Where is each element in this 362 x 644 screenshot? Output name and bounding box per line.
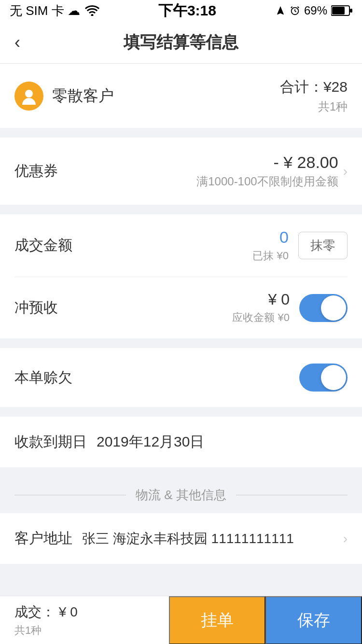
address-value: 张三 海淀永丰科技园 11111111111 xyxy=(72,530,343,548)
coupon-discount: - ¥ 28.00 xyxy=(196,153,338,172)
wifi-icon xyxy=(85,5,99,16)
logistics-header: 物流 & 其他信息 xyxy=(0,477,362,513)
save-button[interactable]: 保存 xyxy=(265,596,362,644)
prereceive-amount: ¥ 0 xyxy=(232,291,290,308)
avatar-icon xyxy=(20,87,38,105)
transaction-label: 成交金额 xyxy=(14,236,72,255)
customer-row: 零散客户 合计：¥28 共1种 xyxy=(0,64,362,128)
debt-toggle[interactable] xyxy=(299,364,348,392)
customer-name: 零散客户 xyxy=(52,85,114,107)
bottom-summary: 成交： ¥ 0 共1种 xyxy=(0,603,169,638)
location-icon xyxy=(275,5,286,16)
debt-label: 本单赊欠 xyxy=(14,368,72,388)
due-date-label: 收款到期日 xyxy=(14,432,87,452)
customer-total: 合计：¥28 xyxy=(280,77,348,97)
no-sim-label: 无 SIM 卡 ☁ xyxy=(10,2,80,19)
coupon-card[interactable]: 优惠券 - ¥ 28.00 满1000-100不限制使用金额 › xyxy=(0,138,362,205)
status-time: 下午3:18 xyxy=(158,1,216,21)
nav-bar: ‹ 填写结算等信息 xyxy=(0,21,362,64)
prereceive-toggle[interactable] xyxy=(299,294,348,322)
svg-rect-5 xyxy=(350,9,352,13)
content: 零散客户 合计：¥28 共1种 优惠券 - ¥ 28.00 满1000-100不… xyxy=(0,64,362,622)
chevron-right-icon: › xyxy=(343,164,348,179)
status-right: 69% xyxy=(275,4,352,17)
address-row[interactable]: 客户地址 张三 海淀永丰科技园 11111111111 › xyxy=(0,513,362,564)
amount-col: 0 已抹 ¥0 xyxy=(252,228,289,263)
coupon-right: - ¥ 28.00 满1000-100不限制使用金额 › xyxy=(196,153,348,189)
coupon-row[interactable]: 优惠券 - ¥ 28.00 满1000-100不限制使用金额 › xyxy=(0,138,362,205)
debt-row: 本单赊欠 xyxy=(0,348,362,407)
hold-button[interactable]: 挂单 xyxy=(169,596,265,644)
customer-card: 零散客户 合计：¥28 共1种 xyxy=(0,64,362,128)
status-left: 无 SIM 卡 ☁ xyxy=(10,2,99,19)
prereceive-values: ¥ 0 应收金额 ¥0 xyxy=(232,291,290,325)
transaction-sub: 已抹 ¥0 xyxy=(252,249,289,263)
due-date-value: 2019年12月30日 xyxy=(97,432,204,452)
transaction-row: 成交金额 0 已抹 ¥0 抹零 xyxy=(0,214,362,277)
divider-left xyxy=(14,495,126,495)
battery-icon xyxy=(331,5,352,16)
transaction-section: 成交金额 0 已抹 ¥0 抹零 冲预收 ¥ 0 应收金额 ¥0 xyxy=(0,214,362,338)
debt-toggle-knob xyxy=(321,365,346,390)
coupon-info: - ¥ 28.00 满1000-100不限制使用金额 xyxy=(196,153,338,189)
svg-rect-4 xyxy=(332,7,345,14)
customer-avatar xyxy=(14,82,43,111)
smash-zero-button[interactable]: 抹零 xyxy=(298,232,348,259)
address-chevron-icon: › xyxy=(343,531,348,546)
address-label: 客户地址 xyxy=(14,529,72,548)
prereceive-row: 冲预收 ¥ 0 应收金额 ¥0 xyxy=(0,277,362,338)
transaction-right: 0 已抹 ¥0 抹零 xyxy=(252,228,348,263)
due-date-row: 收款到期日 2019年12月30日 xyxy=(0,417,362,467)
bottom-summary-sub: 共1种 xyxy=(14,623,154,638)
coupon-label: 优惠券 xyxy=(14,161,58,181)
bottom-summary-top: 成交： ¥ 0 xyxy=(14,603,154,621)
toggle-knob xyxy=(321,295,346,321)
bottom-bar: 成交： ¥ 0 共1种 挂单 保存 xyxy=(0,596,362,644)
prereceive-sub: 应收金额 ¥0 xyxy=(232,310,290,325)
customer-count: 共1种 xyxy=(280,99,348,114)
alarm-icon xyxy=(290,5,300,16)
divider-right xyxy=(236,495,348,495)
logistics-title: 物流 & 其他信息 xyxy=(126,487,236,504)
svg-line-2 xyxy=(295,11,296,12)
back-button[interactable]: ‹ xyxy=(14,32,20,53)
customer-left: 零散客户 xyxy=(14,82,114,111)
transaction-value: 0 xyxy=(252,228,289,247)
customer-right: 合计：¥28 共1种 xyxy=(280,77,348,114)
prereceive-right: ¥ 0 应收金额 ¥0 xyxy=(232,291,348,325)
svg-point-6 xyxy=(25,90,33,98)
status-bar: 无 SIM 卡 ☁ 下午3:18 69% xyxy=(0,0,362,21)
battery-label: 69% xyxy=(304,4,327,17)
coupon-sub: 满1000-100不限制使用金额 xyxy=(196,174,338,189)
prereceive-label: 冲预收 xyxy=(14,298,58,318)
page-title: 填写结算等信息 xyxy=(124,31,238,54)
